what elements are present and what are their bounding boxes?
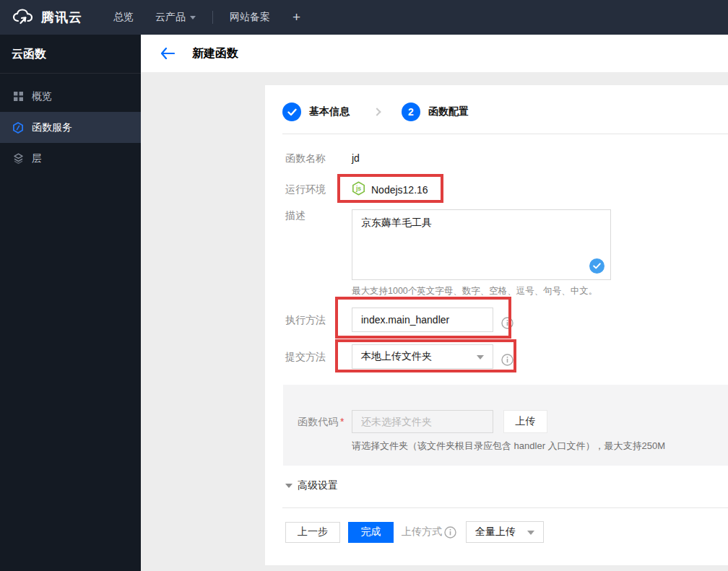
cloud-logo-icon [12,9,35,27]
step1-label: 基本信息 [309,105,350,118]
select-caret-icon [477,355,484,359]
grid-icon [12,91,24,103]
description-textarea-wrap: 京东薅羊毛工具 [352,209,611,280]
nav-item-products[interactable]: 云产品 [144,0,207,35]
nav-item-icp[interactable]: 网站备案 [219,0,281,35]
sidebar-item-label: 概览 [32,90,52,103]
steps-divider [282,134,728,134]
runtime-value: js Nodejs12.16 [352,181,428,198]
chevron-right-icon [373,108,381,115]
triangle-down-icon [285,484,292,488]
finish-button[interactable]: 完成 [348,522,394,543]
submit-method-value: 本地上传文件夹 [361,350,432,363]
step-indicator: 基本信息 2 函数配置 [282,103,469,121]
field-submit-method: 提交方法 本地上传文件夹 [285,344,514,369]
footer-actions: 上一步 完成 上传方式 全量上传 [285,521,544,543]
submit-method-info-icon[interactable] [501,348,514,366]
nodejs-icon: js [352,181,365,198]
field-description: 描述 京东薅羊毛工具 [285,209,611,280]
sidebar-item-function-service[interactable]: 函数服务 [0,112,141,143]
function-name-value: jd [352,152,360,165]
footer-divider [282,507,728,508]
function-code-hint: 请选择文件夹（该文件夹根目录应包含 handler 入口文件），最大支持250M [352,440,665,453]
upload-mode-label-wrap: 上传方式 [402,526,456,539]
description-textarea[interactable]: 京东薅羊毛工具 [352,210,610,279]
function-code-panel: 函数代码* 上传 请选择文件夹（该文件夹根目录应包含 handler 入口文件）… [283,385,728,466]
step2-label: 函数配置 [428,105,469,118]
nav-item-overview[interactable]: 总览 [103,0,144,35]
handler-info-icon[interactable] [501,311,514,329]
function-name-label: 函数名称 [285,152,352,165]
function-hexagon-icon [12,122,24,134]
runtime-text: Nodejs12.16 [371,184,428,196]
submit-method-select[interactable]: 本地上传文件夹 [352,344,493,369]
layers-icon [12,153,24,165]
top-nav-menu: 总览 云产品 网站备案 + [103,0,312,35]
folder-path-input[interactable] [352,410,493,433]
select-caret-icon [527,531,534,535]
sidebar-item-label: 层 [32,152,42,165]
step1-check-icon [282,103,301,121]
upload-mode-info-icon[interactable] [444,526,456,539]
nav-divider [212,11,213,24]
required-asterisk: * [340,416,344,427]
upload-button[interactable]: 上传 [503,410,547,433]
handler-label: 执行方法 [285,308,352,332]
create-function-card: 基本信息 2 函数配置 函数名称 jd 运行环境 js Nodejs12.16 [265,85,728,565]
upload-mode-select[interactable]: 全量上传 [466,521,544,543]
nav-add-tab-button[interactable]: + [281,0,312,35]
submit-method-label: 提交方法 [285,344,352,369]
field-handler: 执行方法 [285,308,514,332]
upload-mode-label: 上传方式 [402,526,442,539]
valid-check-badge-icon [589,258,604,274]
description-hint: 最大支持1000个英文字母、数字、空格、逗号、句号、中文。 [352,285,597,297]
description-label: 描述 [285,209,352,280]
sidebar-item-overview[interactable]: 概览 [0,81,141,112]
sidebar-item-layers[interactable]: 层 [0,143,141,174]
runtime-label: 运行环境 [285,183,352,196]
svg-text:js: js [355,185,361,192]
upload-mode-value: 全量上传 [475,526,516,539]
sidebar: 云函数 概览 函数服务 层 [0,35,141,571]
advanced-settings-label: 高级设置 [298,479,338,492]
field-runtime: 运行环境 js Nodejs12.16 [285,181,428,198]
handler-input[interactable] [352,308,493,332]
sidebar-product-title: 云函数 [0,35,141,73]
step2-number: 2 [402,103,420,121]
advanced-settings-toggle[interactable]: 高级设置 [285,479,338,492]
chevron-down-icon [190,16,196,19]
tencent-cloud-logo[interactable]: 腾讯云 [12,9,82,27]
page-title: 新建函数 [192,46,238,61]
brand-name: 腾讯云 [41,9,82,26]
field-function-name: 函数名称 jd [285,152,360,165]
top-navbar: 腾讯云 总览 云产品 网站备案 + [0,0,728,35]
sidebar-item-label: 函数服务 [32,121,72,134]
previous-step-button[interactable]: 上一步 [285,522,340,543]
function-code-label: 函数代码* [298,416,344,429]
page-header: 新建函数 [141,35,728,72]
back-arrow-button[interactable] [160,48,175,59]
main-area: 新建函数 基本信息 2 函数配置 函数名称 jd 运行环境 [141,35,728,571]
